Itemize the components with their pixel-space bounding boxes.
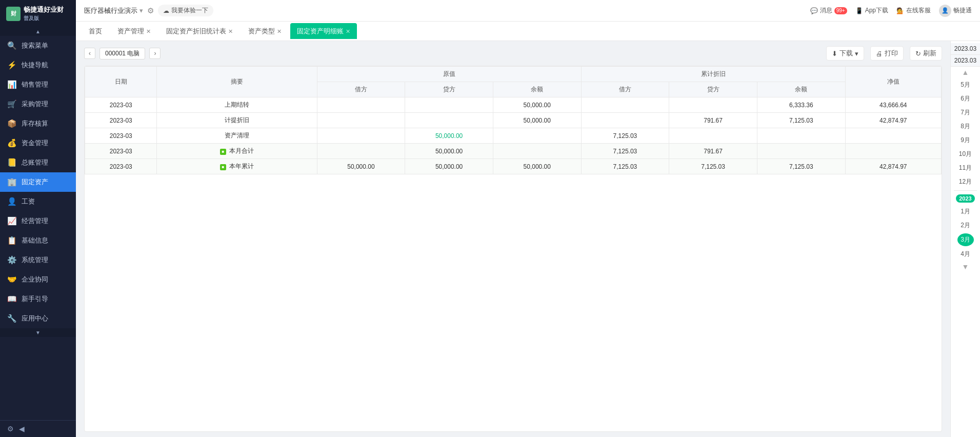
date-month-12[interactable]: 12月 [951,175,980,189]
tab-asset-detail[interactable]: 固定资产明细账 ✕ [290,23,357,39]
date-month-8[interactable]: 8月 [951,120,980,133]
sidebar-item-apps[interactable]: 🔧 应用中心 [0,309,76,328]
user-menu[interactable]: 👤 畅捷通 [939,5,972,17]
th-ov-balance: 余额 [493,82,581,97]
download-button[interactable]: ⬇ 下载 ▾ [826,46,864,61]
sidebar-scroll-down[interactable]: ▼ [0,328,76,337]
sidebar-item-quicknav[interactable]: ⚡ 快捷导航 [0,55,76,75]
nav-next-button[interactable]: › [149,48,161,59]
tab-depreciation-stats[interactable]: 固定资产折旧统计表 ✕ [159,23,239,39]
year-badge[interactable]: 2023 [956,194,974,203]
sales-icon: 📊 [7,80,16,89]
cell-ov-credit [405,113,493,128]
table-row: 2023-03 资产清理 50,000.00 7,125.03 [85,128,942,144]
tab-close-icon[interactable]: ✕ [346,28,350,35]
tab-close-icon[interactable]: ✕ [228,28,233,35]
date-month-11[interactable]: 11月 [951,161,980,175]
settings-button[interactable]: ⚙ [7,425,14,433]
th-net-value: 净值 [845,67,941,97]
sidebar-item-cooperation[interactable]: 🤝 企业协同 [0,270,76,289]
main-panel: ‹ 000001 电脑 › ⬇ 下载 ▾ 🖨 打印 ↻ 刷新 [76,41,950,437]
cell-ad-credit: 791.67 [669,144,757,159]
cell-date: 2023-03 [85,144,157,159]
date-up-arrow[interactable]: ▲ [951,67,980,78]
refresh-button[interactable]: ↻ 刷新 [910,46,942,61]
cell-net: 42,874.97 [845,113,941,128]
date-month-2[interactable]: 2月 [951,218,980,232]
sidebar-logo: 财 畅捷通好业财 普及版 [0,0,76,27]
sidebar-item-management[interactable]: 📈 经营管理 [0,211,76,231]
print-button[interactable]: 🖨 打印 [870,46,904,61]
cell-ov-debit [317,113,405,128]
sidebar-scroll-up[interactable]: ▲ [0,27,76,36]
cell-date: 2023-03 [85,159,157,174]
cell-date: 2023-03 [85,97,157,113]
refresh-icon: ↻ [915,50,921,57]
tab-close-icon[interactable]: ✕ [277,28,282,35]
date-month-10[interactable]: 10月 [951,147,980,161]
collapse-button[interactable]: ◀ [19,425,25,433]
sidebar-item-funds[interactable]: 💰 资金管理 [0,133,76,153]
tab-home[interactable]: 首页 [82,23,109,39]
cell-ov-credit: 50,000.00 [405,128,493,144]
date-month-5[interactable]: 5月 [951,78,980,92]
date-month-6[interactable]: 6月 [951,92,980,106]
topbar: 医疗器械行业演示 ▾ ⚙ ☁ 我要体验一下 💬 消息 99+ 📱 App下载 💁… [76,0,980,22]
cell-ad-credit: 7,125.03 [669,159,757,174]
tab-asset-type[interactable]: 资产类型 ✕ [242,23,288,39]
sidebar-item-search[interactable]: 🔍 搜索菜单 [0,36,76,55]
date-month-4[interactable]: 4月 [951,247,980,261]
sidebar-item-guide[interactable]: 📖 新手引导 [0,289,76,309]
sidebar-item-ledger[interactable]: 📒 总账管理 [0,153,76,172]
sidebar-item-sales[interactable]: 📊 销售管理 [0,75,76,94]
date-month-7[interactable]: 7月 [951,106,980,120]
cell-ad-debit: 7,125.03 [581,159,669,174]
cell-summary: 计提折旧 [157,113,317,128]
company-selector[interactable]: 医疗器械行业演示 ▾ [84,6,143,15]
th-ad-debit: 借方 [581,82,669,97]
cell-ad-balance: 7,125.03 [757,113,845,128]
cell-ov-balance: 50,000.00 [493,97,581,113]
dropdown-arrow-icon: ▾ [855,50,858,57]
experience-button[interactable]: ☁ 我要体验一下 [158,5,213,16]
date-sidebar: 2023.03 2023.03 ▲ 5月 6月 7月 8月 9月 10月 11月… [950,41,980,437]
assets-icon: 🏢 [7,177,16,187]
cell-ov-debit [317,144,405,159]
sidebar-item-purchase[interactable]: 🛒 采购管理 [0,94,76,114]
nav-prev-button[interactable]: ‹ [84,48,95,59]
settings-icon[interactable]: ⚙ [147,6,154,15]
ledger-table: 日期 摘要 原值 累计折旧 净值 借方 贷方 余额 借方 贷方 余额 [85,66,942,174]
cell-ad-balance: 7,125.03 [757,159,845,174]
inventory-icon: 📦 [7,119,16,128]
date-down-arrow[interactable]: ▼ [951,261,980,272]
service-button[interactable]: 💁 在线客服 [896,6,931,15]
tab-asset-management[interactable]: 资产管理 ✕ [111,23,157,39]
main-area: 医疗器械行业演示 ▾ ⚙ ☁ 我要体验一下 💬 消息 99+ 📱 App下载 💁… [76,0,980,437]
search-icon: 🔍 [7,41,16,50]
app-download-button[interactable]: 📱 App下载 [855,6,888,15]
date-month-3[interactable]: 3月 [957,233,974,246]
logo-icon: 财 [6,7,21,21]
tab-close-icon[interactable]: ✕ [146,28,151,35]
sidebar-item-system[interactable]: ⚙️ 系统管理 [0,250,76,270]
chevron-down-icon: ▾ [139,7,143,14]
cell-ad-debit: 7,125.03 [581,128,669,144]
cell-ad-credit: 791.67 [669,113,757,128]
cell-date: 2023-03 [85,128,157,144]
divider [954,190,977,191]
purchase-icon: 🛒 [7,100,16,109]
avatar: 👤 [939,5,951,17]
cell-ad-debit [581,97,669,113]
date-month-9[interactable]: 9月 [951,133,980,147]
print-icon: 🖨 [876,50,883,57]
message-button[interactable]: 💬 消息 99+ [810,6,847,15]
sidebar-item-inventory[interactable]: 📦 库存核算 [0,114,76,133]
date-month-1[interactable]: 1月 [951,205,980,218]
sidebar-item-payroll[interactable]: 👤 工资 [0,192,76,211]
summary-icon: ■ [220,149,226,155]
cell-ad-credit [669,97,757,113]
sidebar-item-basic-info[interactable]: 📋 基础信息 [0,231,76,250]
cell-net [845,128,941,144]
download-icon: 📱 [855,7,863,14]
sidebar-item-assets[interactable]: 🏢 固定资产 [0,172,76,192]
